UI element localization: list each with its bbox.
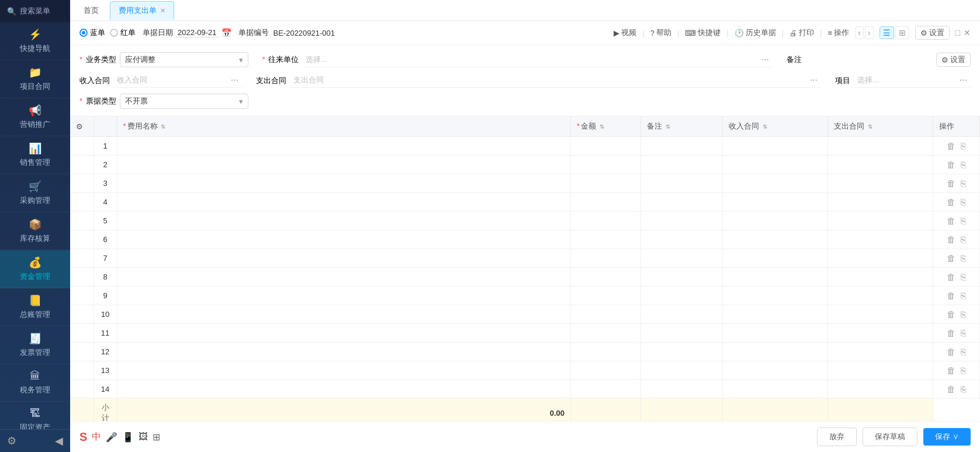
tab-home[interactable]: 首页 [75,1,108,20]
sidebar-item-invoice-mgmt[interactable]: 🧾 发票管理 [0,326,70,364]
row-expense-contract-5[interactable] [828,212,933,230]
next-arrow[interactable]: › [865,26,874,39]
income-contract-input[interactable]: 收入合同 [117,75,230,85]
row-expense-name-4[interactable] [117,193,571,212]
sidebar-search[interactable]: 🔍 搜索菜单 [0,0,70,22]
biz-type-select[interactable]: 应付调整 ▾ [120,52,248,67]
sidebar-item-purchase-mgmt[interactable]: 🛒 采购管理 [0,174,70,212]
delete-icon-11[interactable]: 🗑 [947,328,955,338]
row-remark-5[interactable] [641,212,723,230]
counterpart-ellipsis[interactable]: ··· [761,54,769,65]
zhong-icon[interactable]: 中 [92,431,101,443]
table-settings-col[interactable]: ⚙ [70,116,94,137]
row-income-contract-8[interactable] [723,268,828,287]
row-income-contract-14[interactable] [723,380,828,399]
prev-arrow[interactable]: ‹ [855,26,864,39]
sidebar-item-project-contract[interactable]: 📁 项目合同 [0,60,70,98]
copy-icon-9[interactable]: ⎘ [961,291,966,301]
row-expense-contract-6[interactable] [828,230,933,249]
copy-icon-12[interactable]: ⎘ [961,347,966,357]
counterpart-placeholder[interactable]: 选择... [306,54,760,65]
list-view-btn[interactable]: ☰ [879,26,894,39]
sidebar-item-quick-nav[interactable]: ⚡ 快捷导航 [0,22,70,60]
delete-icon-10[interactable]: 🗑 [947,309,955,319]
sidebar-item-sales-promo[interactable]: 📢 营销推广 [0,98,70,136]
project-input[interactable]: 选择... [857,75,958,85]
delete-icon-3[interactable]: 🗑 [947,178,955,188]
row-expense-name-11[interactable] [117,324,571,343]
history-btn[interactable]: 🕐 历史单据 [735,27,776,38]
copy-icon-3[interactable]: ⎘ [961,178,966,188]
print-btn[interactable]: 🖨 打印 [789,27,814,38]
delete-icon-5[interactable]: 🗑 [947,216,955,226]
save-button[interactable]: 保存 ∨ [923,428,971,446]
row-income-contract-6[interactable] [723,230,828,249]
row-expense-contract-13[interactable] [828,361,933,380]
s-icon[interactable]: S [79,430,87,444]
delete-icon-14[interactable]: 🗑 [947,384,955,394]
close-icon[interactable]: ✕ [964,28,971,37]
copy-icon-2[interactable]: ⎘ [961,160,966,170]
calendar-icon[interactable]: 📅 [221,28,231,37]
copy-icon-4[interactable]: ⎘ [961,197,966,207]
row-expense-name-1[interactable] [117,137,571,156]
row-remark-9[interactable] [641,287,723,305]
delete-icon-2[interactable]: 🗑 [947,160,955,170]
delete-icon-8[interactable]: 🗑 [947,272,955,282]
maximize-icon[interactable]: □ [955,28,960,37]
row-amount-14[interactable] [571,380,641,399]
row-amount-4[interactable] [571,193,641,212]
row-amount-2[interactable] [571,156,641,174]
row-remark-11[interactable] [641,324,723,343]
sidebar-item-sales-mgmt[interactable]: 📊 销售管理 [0,136,70,174]
row-expense-contract-1[interactable] [828,137,933,156]
row-income-contract-9[interactable] [723,287,828,305]
row-expense-contract-14[interactable] [828,380,933,399]
row-remark-8[interactable] [641,268,723,287]
delete-icon-6[interactable]: 🗑 [947,234,955,244]
row-remark-1[interactable] [641,137,723,156]
sidebar-item-fixed-assets[interactable]: 🏗 固定资产 [0,402,70,429]
row-income-contract-1[interactable] [723,137,828,156]
copy-icon-5[interactable]: ⎘ [961,216,966,226]
row-expense-name-5[interactable] [117,212,571,230]
project-ellipsis[interactable]: ··· [960,75,967,85]
row-remark-10[interactable] [641,305,723,324]
discard-button[interactable]: 放弃 [817,427,857,446]
row-expense-name-3[interactable] [117,174,571,193]
delete-icon-12[interactable]: 🗑 [947,347,955,357]
sidebar-item-capital-mgmt[interactable]: 💰 资金管理 [0,250,70,288]
row-expense-contract-4[interactable] [828,193,933,212]
row-amount-13[interactable] [571,361,641,380]
row-amount-1[interactable] [571,137,641,156]
sidebar-collapse-icon[interactable]: ◀ [55,434,63,447]
row-remark-3[interactable] [641,174,723,193]
row-expense-contract-8[interactable] [828,268,933,287]
row-income-contract-11[interactable] [723,324,828,343]
setting-btn[interactable]: ⚙ 设置 [915,26,950,40]
th-expense-name[interactable]: *费用名称 ⇅ [117,116,571,137]
invoice-type-select[interactable]: 不开票 ▾ [120,94,248,109]
row-remark-14[interactable] [641,380,723,399]
phone-icon[interactable]: 📱 [122,432,134,443]
form-setting-btn[interactable]: ⚙ 设置 [936,53,971,67]
row-remark-7[interactable] [641,249,723,268]
row-income-contract-3[interactable] [723,174,828,193]
row-amount-6[interactable] [571,230,641,249]
row-expense-name-6[interactable] [117,230,571,249]
mic-icon[interactable]: 🎤 [106,432,117,443]
row-income-contract-2[interactable] [723,156,828,174]
row-expense-contract-7[interactable] [828,249,933,268]
row-expense-contract-12[interactable] [828,343,933,361]
row-expense-contract-2[interactable] [828,156,933,174]
row-expense-name-7[interactable] [117,249,571,268]
row-expense-name-9[interactable] [117,287,571,305]
copy-icon-14[interactable]: ⎘ [961,384,966,394]
row-income-contract-13[interactable] [723,361,828,380]
row-expense-contract-11[interactable] [828,324,933,343]
copy-icon-8[interactable]: ⎘ [961,272,966,282]
row-remark-2[interactable] [641,156,723,174]
row-remark-6[interactable] [641,230,723,249]
income-contract-ellipsis[interactable]: ··· [231,75,238,85]
row-income-contract-10[interactable] [723,305,828,324]
